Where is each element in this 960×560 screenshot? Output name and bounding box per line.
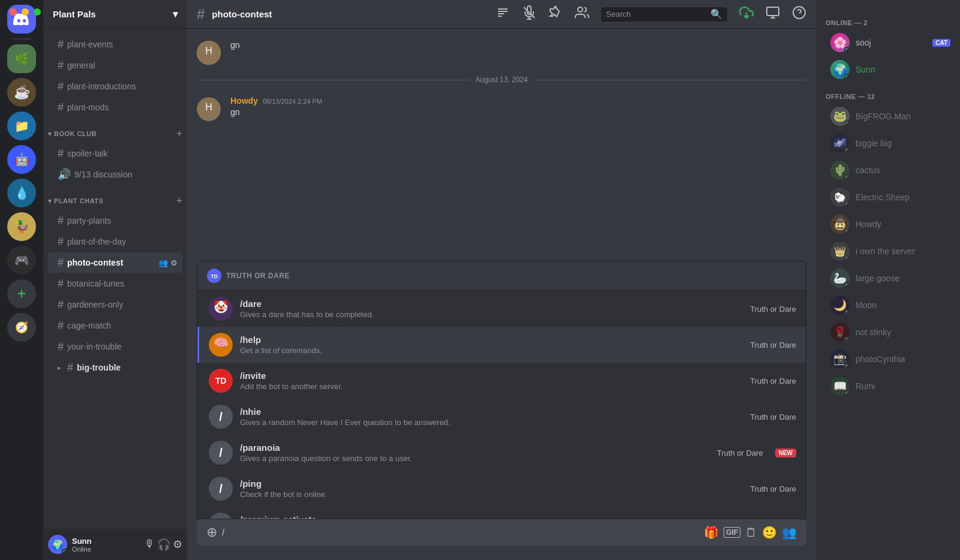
- channel-item-plant-of-the-day[interactable]: # plant-of-the-day: [48, 231, 182, 252]
- member-item-cactus[interactable]: 🌵 cactus: [821, 157, 955, 183]
- command-desc: Gives a paranoia question or sends one t…: [240, 454, 710, 463]
- command-item-paranoia[interactable]: / /paranoia Gives a paranoia question or…: [197, 435, 806, 471]
- channel-item-photo-contest[interactable]: # photo-contest 👥 ⚙: [48, 252, 182, 273]
- members-icon[interactable]: 👥: [158, 258, 168, 267]
- microphone-icon[interactable]: 🎙: [144, 538, 155, 551]
- channel-name: plant-of-the-day: [67, 237, 178, 246]
- channel-item-big-trouble[interactable]: ▸ # big-trouble: [48, 357, 182, 378]
- command-item-dare[interactable]: 🤡 /dare Gives a dare that has to be comp…: [197, 291, 806, 327]
- channel-name: big-trouble: [77, 363, 178, 372]
- chevron-down-icon: ▾: [173, 8, 178, 20]
- add-icon[interactable]: ⊕: [206, 525, 217, 540]
- member-item-moon[interactable]: 🌙 Moon: [821, 292, 955, 318]
- message-input[interactable]: [222, 528, 699, 537]
- category-book-club[interactable]: ▾ BOOK CLUB +: [43, 118, 187, 143]
- gift-icon[interactable]: 🎁: [704, 525, 719, 540]
- command-item-ping[interactable]: / /ping Check if the bot is online. Trut…: [197, 471, 806, 507]
- screenshare-icon[interactable]: [766, 5, 780, 23]
- server-icon-plant-pals[interactable]: 🌿: [7, 44, 36, 73]
- emoji-icon[interactable]: 🙂: [762, 525, 777, 540]
- member-name-howdy: Howdy: [856, 219, 950, 229]
- settings-icon[interactable]: ⚙: [170, 258, 178, 267]
- command-item-invite[interactable]: TD /invite Add the bot to another server…: [197, 363, 806, 399]
- add-channel-icon[interactable]: +: [176, 128, 182, 140]
- headset-icon[interactable]: 🎧: [157, 538, 170, 551]
- channel-name: plant-introductions: [67, 82, 178, 91]
- member-item-photocynthia[interactable]: 📸 photoCynthia: [821, 346, 955, 372]
- channel-item-gardeners-only[interactable]: # gardeners-only: [48, 294, 182, 315]
- channel-item-botanical-tunes[interactable]: # botanical-tunes: [48, 273, 182, 294]
- member-item-rumi[interactable]: 📖 Rumi: [821, 373, 955, 399]
- member-item-electricsheep[interactable]: 🐑 Electric Sheep: [821, 184, 955, 210]
- search-bar[interactable]: 🔍: [601, 7, 727, 22]
- channel-item-your-in-trouble[interactable]: # your-in-trouble: [48, 336, 182, 357]
- server-header[interactable]: Plant Pals ▾: [43, 0, 187, 29]
- help-icon[interactable]: [792, 5, 806, 23]
- server-icon-explore[interactable]: 🧭: [7, 313, 36, 342]
- server-icon-game[interactable]: 🎮: [7, 246, 36, 275]
- command-popup: TD TRUTH OR DARE 🤡 /dare Gives a dare th…: [197, 261, 806, 519]
- status-dot: [62, 549, 67, 554]
- member-item-bigfrog[interactable]: 🐸 BigFROG.Man: [821, 103, 955, 130]
- maximize-button[interactable]: [34, 8, 41, 16]
- channel-name: general: [67, 61, 178, 70]
- channel-item-913-discussion[interactable]: 🔊 9/13 discussion: [48, 164, 182, 185]
- command-item-nhie[interactable]: / /nhie Gives a random Never Have I Ever…: [197, 399, 806, 435]
- server-icon-robot[interactable]: 🤖: [7, 145, 36, 174]
- member-item-howdy[interactable]: 🤠 Howdy: [821, 211, 955, 237]
- member-item-notstinky[interactable]: 🌹 not stinky: [821, 319, 955, 345]
- channel-item-plant-events[interactable]: # plant-events: [48, 34, 182, 55]
- message-text: gn: [230, 40, 806, 52]
- settings-icon[interactable]: ⚙: [173, 538, 182, 551]
- hash-icon: #: [58, 299, 64, 311]
- command-item-content: /invite Add the bot to another server.: [240, 371, 743, 391]
- member-avatar-cactus: 🌵: [830, 161, 850, 180]
- channel-item-party-plants[interactable]: # party-plants: [48, 210, 182, 231]
- sticker-icon[interactable]: 🗒: [745, 526, 757, 540]
- server-icon-coffee[interactable]: ☕: [7, 78, 36, 107]
- search-input[interactable]: [606, 10, 708, 19]
- command-item-premium-activate[interactable]: / /premium activate Add the current serv…: [197, 507, 806, 519]
- channel-item-cage-match[interactable]: # cage-match: [48, 315, 182, 336]
- member-item-iowntheserver[interactable]: 👑 i own the server: [821, 238, 955, 264]
- message-text: gn: [230, 107, 806, 119]
- channel-name: plant-events: [67, 40, 178, 49]
- search-icon: 🔍: [710, 8, 722, 20]
- command-source: Truth or Dare: [750, 484, 796, 493]
- command-popup-title: TRUTH OR DARE: [226, 272, 290, 280]
- svg-text:🤡: 🤡: [214, 300, 229, 314]
- command-item-help[interactable]: 🧠 /help Get a list of commands. Truth or…: [197, 327, 806, 363]
- member-item-biggiebig[interactable]: 🌌 biggie big: [821, 130, 955, 156]
- member-item-sunn[interactable]: 🌍 Sunn: [821, 56, 955, 83]
- pin-icon[interactable]: [548, 5, 563, 23]
- member-item-sooj[interactable]: 🌸 sooj CAT: [821, 29, 955, 56]
- threads-icon[interactable]: [496, 5, 510, 23]
- server-icon-duck[interactable]: 🦆: [7, 212, 36, 241]
- add-channel-icon[interactable]: +: [176, 195, 182, 207]
- close-button[interactable]: [10, 8, 17, 16]
- member-name-rumi: Rumi: [856, 381, 950, 391]
- channel-item-plant-mods[interactable]: # plant-mods: [48, 97, 182, 118]
- server-icon-folder[interactable]: 📁: [7, 112, 36, 140]
- channel-item-spoiler-talk[interactable]: # spoiler-talk: [48, 143, 182, 164]
- add-server-button[interactable]: +: [7, 279, 36, 308]
- members-icon[interactable]: [575, 5, 589, 23]
- category-plant-chats[interactable]: ▾ PLANT CHATS +: [43, 185, 187, 210]
- minimize-button[interactable]: [22, 8, 29, 16]
- command-item-content: /ping Check if the bot is online.: [240, 478, 743, 499]
- online-section-title: ONLINE — 2: [816, 10, 960, 29]
- channel-item-plant-introductions[interactable]: # plant-introductions: [48, 76, 182, 97]
- status-dot: [844, 47, 850, 52]
- channel-item-general[interactable]: # general: [48, 55, 182, 76]
- mute-icon[interactable]: [522, 5, 536, 23]
- gif-icon[interactable]: GIF: [724, 527, 740, 538]
- channel-header: # photo-contest 🔍: [187, 0, 816, 29]
- member-item-largegoose[interactable]: 🦢 large goose: [821, 265, 955, 291]
- server-icon-water[interactable]: 💧: [7, 179, 36, 207]
- command-list[interactable]: 🤡 /dare Gives a dare that has to be comp…: [197, 291, 806, 519]
- people-icon[interactable]: 👥: [782, 525, 797, 540]
- command-item-content: /paranoia Gives a paranoia question or s…: [240, 442, 710, 463]
- download-icon[interactable]: [739, 5, 754, 23]
- member-avatar-electricsheep: 🐑: [830, 188, 850, 207]
- input-box: ⊕ 🎁 GIF 🗒 🙂 👥: [197, 519, 806, 546]
